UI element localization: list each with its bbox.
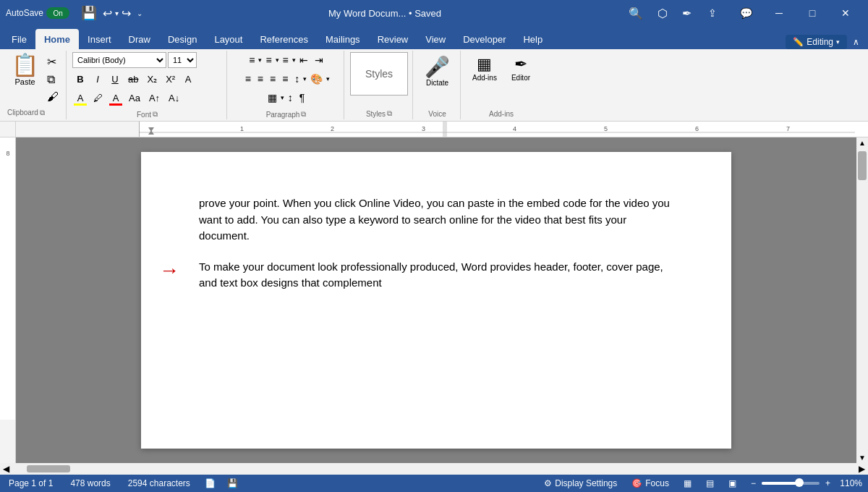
align-center-btn[interactable]: ≡ [255, 71, 266, 87]
maximize-btn[interactable]: □ [796, 0, 829, 26]
font-name-select[interactable]: Calibri (Body) [72, 52, 166, 68]
multilevel-dd[interactable]: ▾ [292, 56, 296, 64]
comments-btn[interactable]: 💬 [729, 0, 762, 26]
zoom-plus-btn[interactable]: + [822, 478, 833, 488]
search-icon[interactable]: 🔍 [624, 5, 647, 22]
zoom-thumb[interactable] [795, 478, 804, 487]
customize-icon[interactable]: ⌄ [134, 8, 145, 19]
bullets-dd[interactable]: ▾ [258, 56, 262, 64]
numbering-dd[interactable]: ▾ [276, 56, 279, 64]
decrease-indent-btn[interactable]: ⇤ [297, 52, 311, 68]
pen-icon[interactable]: ✒ [678, 5, 696, 22]
cut-button[interactable]: ✂ [44, 54, 61, 71]
ribbon-icon[interactable]: ⬡ [653, 5, 672, 22]
h-scroll-left[interactable]: ◀ [0, 464, 12, 474]
paragraph-expand-icon[interactable]: ⧉ [301, 110, 306, 119]
view-print-btn[interactable]: ▦ [681, 478, 694, 488]
redo-icon[interactable]: ↪ [119, 5, 134, 22]
ruler-bar[interactable]: 1 2 3 4 5 6 7 [16, 122, 868, 137]
align-left-btn[interactable]: ≡ [242, 71, 254, 87]
save-icon[interactable]: 💾 [78, 4, 100, 22]
h-scroll-thumb[interactable] [27, 465, 70, 472]
tab-insert[interactable]: Insert [79, 29, 120, 49]
bold-button[interactable]: B [72, 71, 88, 87]
ruler-corner[interactable] [0, 122, 16, 137]
subscript-button[interactable]: X₂ [143, 71, 161, 87]
collapse-ribbon-btn[interactable]: ∧ [850, 35, 862, 48]
font-color-btn2[interactable]: A [108, 90, 124, 106]
tab-help[interactable]: Help [514, 29, 551, 49]
save-status-icon[interactable]: 💾 [227, 478, 238, 488]
format-painter-button[interactable]: 🖌 [44, 89, 61, 106]
share-btn[interactable]: ⇪ [696, 0, 729, 26]
italic-button[interactable]: I [90, 71, 106, 87]
copy-button[interactable]: ⧉ [44, 72, 61, 88]
clipboard-expand-icon[interactable]: ⧉ [40, 109, 45, 117]
border-btn[interactable]: ▦ [265, 90, 280, 106]
grow-btn[interactable]: A↑ [145, 90, 163, 106]
addins-button[interactable]: ▦ Add-ins [467, 52, 503, 85]
close-btn[interactable]: ✕ [829, 0, 862, 26]
tab-view[interactable]: View [417, 29, 454, 49]
text-case-btn[interactable]: Aa [125, 90, 144, 106]
editing-button[interactable]: ✏️ Editing ▾ [786, 35, 847, 49]
font-expand-icon[interactable]: ⧉ [153, 110, 158, 119]
track-changes-icon[interactable]: 📄 [205, 478, 216, 488]
tab-design[interactable]: Design [159, 29, 205, 49]
view-read-btn[interactable]: ▣ [726, 478, 739, 488]
highlight-btn[interactable]: 🖊 [90, 90, 106, 106]
tab-file[interactable]: File [3, 29, 35, 49]
font-size-select[interactable]: 11 [168, 52, 197, 68]
superscript-button[interactable]: X² [162, 71, 179, 87]
tab-references[interactable]: References [251, 29, 316, 49]
document-area[interactable]: prove your point. When you click Online … [16, 137, 856, 463]
pilcrow-btn[interactable]: ¶ [297, 90, 308, 106]
numbering-btn[interactable]: ≡ [263, 52, 274, 68]
clear-format-button[interactable]: A [180, 71, 196, 87]
vertical-scrollbar[interactable]: ▲ ▼ [856, 137, 868, 463]
tab-review[interactable]: Review [369, 29, 417, 49]
focus-btn[interactable]: 🎯 Focus [629, 478, 672, 488]
tab-developer[interactable]: Developer [454, 29, 514, 49]
zoom-track[interactable] [762, 482, 820, 485]
zoom-level[interactable]: 110% [836, 478, 862, 488]
sort-btn[interactable]: ↕ [285, 90, 296, 106]
undo-icon[interactable]: ↩ [100, 5, 115, 22]
align-right-btn[interactable]: ≡ [267, 71, 278, 87]
tab-layout[interactable]: Layout [205, 29, 251, 49]
dictate-button[interactable]: 🎤 Dictate [419, 52, 456, 90]
line-spacing-dd[interactable]: ▾ [303, 75, 307, 82]
styles-gallery[interactable]: Styles [350, 52, 408, 96]
horizontal-scrollbar[interactable]: ◀ ▶ [0, 463, 868, 475]
scroll-thumb[interactable] [858, 151, 867, 180]
font-color-btn[interactable]: A [72, 90, 88, 106]
tab-draw[interactable]: Draw [120, 29, 159, 49]
line-spacing-btn[interactable]: ↕ [292, 71, 302, 87]
justify-btn[interactable]: ≡ [279, 71, 291, 87]
editor-button[interactable]: ✒ Editor [506, 52, 536, 85]
increase-indent-btn[interactable]: ⇥ [312, 52, 326, 68]
border-dd[interactable]: ▾ [281, 94, 284, 101]
shrink-btn[interactable]: A↓ [165, 90, 183, 106]
view-web-btn[interactable]: ▤ [703, 478, 717, 488]
scroll-up-btn[interactable]: ▲ [857, 137, 867, 148]
shading-btn[interactable]: 🎨 [307, 71, 326, 87]
zoom-minus-btn[interactable]: − [748, 478, 759, 488]
page-info[interactable]: Page 1 of 1 [6, 478, 56, 488]
scroll-down-btn[interactable]: ▼ [857, 452, 867, 463]
styles-expand-icon[interactable]: ⧉ [387, 109, 392, 118]
strikethrough-button[interactable]: ab [124, 71, 142, 87]
tab-mailings[interactable]: Mailings [317, 29, 369, 49]
tab-home[interactable]: Home [35, 29, 79, 49]
h-scroll-right[interactable]: ▶ [856, 464, 868, 474]
minimize-btn[interactable]: ─ [762, 0, 796, 26]
paste-button[interactable]: 📋 Paste [7, 53, 43, 105]
shading-dd[interactable]: ▾ [326, 75, 330, 82]
autosave-toggle[interactable]: On [46, 7, 69, 19]
word-count[interactable]: 478 words [67, 478, 113, 488]
bullets-btn[interactable]: ≡ [246, 52, 258, 68]
multilevel-btn[interactable]: ≡ [280, 52, 292, 68]
underline-button[interactable]: U [107, 71, 123, 87]
char-count[interactable]: 2594 characters [125, 478, 193, 488]
display-settings-btn[interactable]: ⚙ Display Settings [541, 478, 620, 488]
